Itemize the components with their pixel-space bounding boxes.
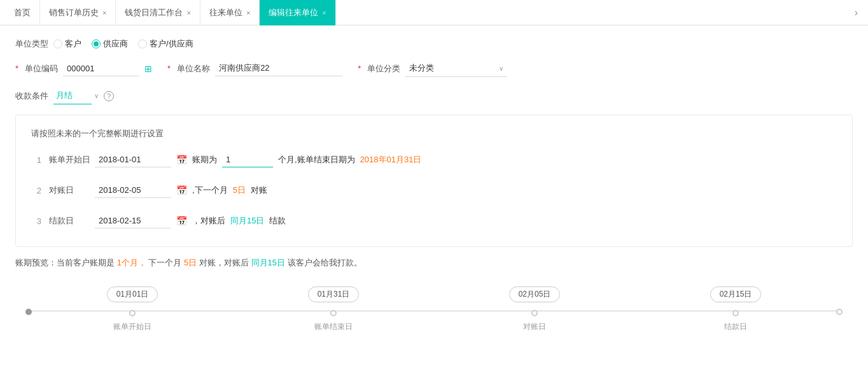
payment-calendar-icon[interactable]: 📅 <box>176 216 187 226</box>
node3-date-badge: 02月05日 <box>509 286 561 302</box>
start-dot <box>25 309 32 315</box>
radio-customer[interactable]: 客户 <box>53 38 81 50</box>
step3-day-highlight: 同月15日 <box>230 215 264 227</box>
unit-category-select[interactable]: 未分类 ∨ <box>405 60 507 77</box>
step2-suffix-prefix: ,下一个月 <box>192 185 228 196</box>
main-content: 单位类型 客户 供应商 客户/供应商 * 单位编码 <box>0 25 868 387</box>
step-content-2: 📅 ,下一个月 5日 对账 <box>95 183 267 198</box>
step-row-2: 2 对账日 📅 ,下一个月 5日 对账 <box>31 183 837 198</box>
node4-date-badge: 02月15日 <box>710 286 762 302</box>
timeline-container: 01月01日 账单开始日 01月31日 账单结束日 02月05日 对账日 02月… <box>15 284 853 358</box>
radio-both[interactable]: 客户/供应商 <box>138 38 193 50</box>
step3-suffix-end: 结款 <box>269 215 286 227</box>
unit-info-row: * 单位编码 ⊞ * 单位名称 * 单位分类 未分类 ∨ <box>15 60 853 77</box>
step-num-2: 2 <box>31 186 41 195</box>
radio-label-both: 客户/供应商 <box>150 38 193 50</box>
step-num-1: 1 <box>31 155 41 165</box>
unit-category-group: * 单位分类 未分类 ∨ <box>358 60 507 77</box>
radio-group-unit-type: 客户 供应商 客户/供应商 <box>53 38 193 50</box>
unit-category-label: 单位分类 <box>367 63 400 74</box>
payment-row: 收款条件 月结 ∨ ? <box>15 87 853 104</box>
unit-category-value: 未分类 <box>409 62 434 74</box>
tab-edit-partner[interactable]: 编辑往来单位 × <box>260 0 335 25</box>
chevron-down-icon: ∨ <box>499 65 503 72</box>
step-label-1: 账单开始日 <box>49 154 87 165</box>
payment-date-input[interactable] <box>95 213 171 229</box>
preview-label: 账期预览：当前客户账期是 <box>15 258 115 267</box>
node1-label: 账单开始日 <box>113 321 151 332</box>
close-tab-edit[interactable]: × <box>322 9 326 17</box>
start-date-input[interactable] <box>95 152 171 167</box>
reconcile-calendar-icon[interactable]: 📅 <box>176 185 187 195</box>
step-row-3: 3 结款日 📅 ，对账后 同月15日 结款 <box>31 213 837 229</box>
required-star-cat: * <box>358 64 361 73</box>
timeline-node-3: 02月05日 对账日 <box>434 304 635 332</box>
preview-payment-suffix: 该客户会给我打款。 <box>288 258 362 267</box>
unit-name-input[interactable] <box>215 61 342 76</box>
help-icon[interactable]: ? <box>104 91 114 101</box>
step-row-1: 1 账单开始日 📅 账期为 个月,账单结束日期为 2018年01月31日 <box>31 152 837 167</box>
radio-circle-customer <box>53 39 62 48</box>
step1-suffix-mid: 个月,账单结束日期为 <box>278 154 355 165</box>
radio-circle-supplier <box>92 39 101 48</box>
preview-month: 1个月， <box>117 258 146 267</box>
unit-type-row: 单位类型 客户 供应商 客户/供应商 <box>15 38 853 50</box>
tab-home[interactable]: 首页 <box>5 0 40 25</box>
close-tab-cash[interactable]: × <box>186 9 190 17</box>
payment-group: 收款条件 月结 ∨ ? <box>15 87 114 104</box>
copy-icon[interactable]: ⊞ <box>144 64 152 74</box>
required-star-code: * <box>15 64 18 73</box>
radio-label-supplier: 供应商 <box>103 38 128 50</box>
step-content-3: 📅 ，对账后 同月15日 结款 <box>95 213 286 229</box>
settings-box: 请按照未来的一个完整帐期进行设置 1 账单开始日 📅 账期为 个月,账单结束日期… <box>15 115 853 247</box>
step-num-3: 3 <box>31 216 41 226</box>
payment-select[interactable]: 月结 ∨ <box>53 87 99 104</box>
node3-circle <box>531 310 538 316</box>
radio-supplier[interactable]: 供应商 <box>92 38 128 50</box>
preview-reconcile-highlight: 5日 <box>184 258 197 267</box>
timeline-end-dot <box>836 304 843 332</box>
timeline-nodes: 01月01日 账单开始日 01月31日 账单结束日 02月05日 对账日 02月… <box>25 304 843 332</box>
step3-suffix-prefix: ，对账后 <box>192 215 225 227</box>
end-dot <box>836 309 843 315</box>
timeline-node-2: 01月31日 账单结束日 <box>233 304 434 332</box>
payment-value: 月结 <box>53 87 92 104</box>
tabs-more-button[interactable]: › <box>850 7 863 18</box>
node2-circle <box>330 310 337 316</box>
preview-reconcile-prefix: 下一个月 <box>148 258 181 267</box>
step1-suffix-before: 账期为 <box>192 154 217 165</box>
period-months-input[interactable] <box>222 152 273 167</box>
step-label-3: 结款日 <box>49 215 87 227</box>
tab-sales-history[interactable]: 销售订单历史 × <box>40 0 116 25</box>
unit-name-group: * 单位名称 <box>167 61 342 76</box>
step2-day-highlight: 5日 <box>233 185 246 196</box>
unit-code-group: * 单位编码 ⊞ <box>15 61 152 76</box>
step2-suffix-end: 对账 <box>251 185 267 196</box>
node2-label: 账单结束日 <box>314 321 353 332</box>
unit-code-input[interactable] <box>63 61 139 76</box>
close-tab-partners[interactable]: × <box>246 9 250 17</box>
node4-label: 结款日 <box>724 321 747 332</box>
required-star-name: * <box>167 64 171 73</box>
close-tab-sales[interactable]: × <box>102 9 106 17</box>
start-date-calendar-icon[interactable]: 📅 <box>176 155 187 165</box>
tabs-bar: 首页 销售订单历史 × 钱货日清工作台 × 往来单位 × 编辑往来单位 × › <box>0 0 868 25</box>
node2-date-badge: 01月31日 <box>308 286 360 302</box>
unit-code-label: 单位编码 <box>25 63 58 74</box>
tab-partners[interactable]: 往来单位 × <box>200 0 260 25</box>
payment-label: 收款条件 <box>15 90 48 102</box>
tab-cash-workbench[interactable]: 钱货日清工作台 × <box>116 0 200 25</box>
unit-name-label: 单位名称 <box>177 63 210 74</box>
preview-reconcile-suffix: 对账，对账后 <box>199 258 249 267</box>
unit-type-group: 单位类型 客户 供应商 客户/供应商 <box>15 38 193 50</box>
step-content-1: 📅 账期为 个月,账单结束日期为 2018年01月31日 <box>95 152 421 167</box>
step1-end-date-highlight: 2018年01月31日 <box>360 154 422 165</box>
unit-type-label: 单位类型 <box>15 38 48 50</box>
timeline-node-4: 02月15日 结款日 <box>635 304 836 332</box>
node4-circle <box>732 310 739 316</box>
preview-payment-highlight: 同月15日 <box>251 258 285 267</box>
radio-circle-both <box>138 39 147 48</box>
step-label-2: 对账日 <box>49 185 87 196</box>
reconcile-date-input[interactable] <box>95 183 171 198</box>
radio-label-customer: 客户 <box>65 38 81 50</box>
